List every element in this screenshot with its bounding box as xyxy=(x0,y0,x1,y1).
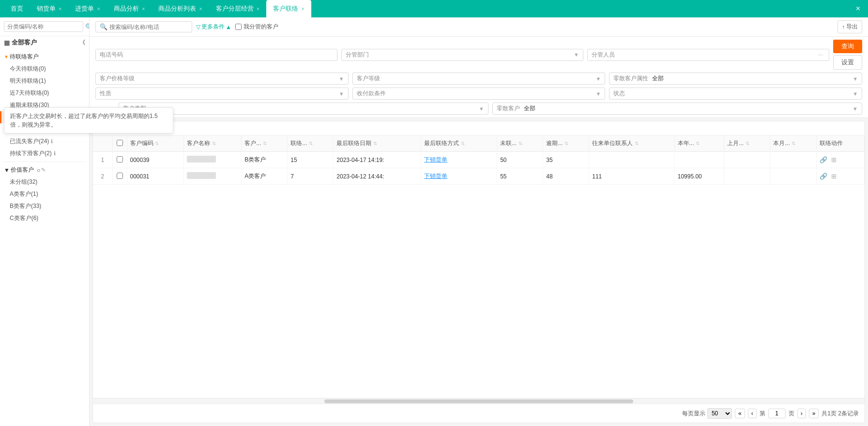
select-all-checkbox[interactable] xyxy=(117,140,123,146)
settings-button[interactable]: 设置 xyxy=(833,55,862,70)
export-button[interactable]: ↑ 导出 xyxy=(838,20,862,33)
nav-tab-home[interactable]: 首页 xyxy=(4,0,30,17)
th-code[interactable]: 客户编码 ⇅ xyxy=(127,135,184,152)
more-conditions-btn[interactable]: ▽ 更多条件 ▲ xyxy=(196,23,231,31)
next-page-btn[interactable]: › xyxy=(797,409,806,418)
query-button[interactable]: 查询 xyxy=(833,40,862,53)
th-contact-count[interactable]: 联络... ⇅ xyxy=(288,135,334,152)
nav-tab-purchase-close[interactable]: × xyxy=(97,6,100,12)
row1-this-year xyxy=(674,152,724,168)
prev-page-btn[interactable]: ‹ xyxy=(748,409,757,418)
row2-check[interactable] xyxy=(112,168,127,185)
sidebar-item-churned[interactable]: 已流失客户(24) ℹ xyxy=(0,135,89,147)
row2-overdue: 48 xyxy=(543,168,589,185)
filter-retail-customer[interactable]: 零散客户 全部 ▼ xyxy=(492,103,862,115)
sidebar-item-a-class[interactable]: A类客户(1) xyxy=(0,188,89,200)
sidebar-item-unclassified[interactable]: 未分组(32) xyxy=(0,176,89,188)
filter-phone[interactable]: 电话号码 xyxy=(95,49,337,61)
nav-tab-purchase[interactable]: 进货单 × xyxy=(68,0,107,17)
sort-year-icon: ⇅ xyxy=(696,141,700,146)
nav-tab-product-list[interactable]: 商品分析列表 × xyxy=(152,0,209,17)
filter-person-label: 分管人员 xyxy=(592,51,615,59)
row2-last-method-link[interactable]: 下销货单 xyxy=(424,173,447,179)
row1-grid-icon[interactable]: ⊞ xyxy=(831,156,837,163)
row2-this-month xyxy=(770,168,816,185)
row1-last-method-link[interactable]: 下销货单 xyxy=(424,156,447,163)
filter-person[interactable]: 分管人员 ··· xyxy=(587,49,829,61)
per-page-select[interactable]: 50 20 100 xyxy=(707,408,732,419)
first-page-btn[interactable]: « xyxy=(735,409,745,418)
my-customers-checkbox-group[interactable]: 我分管的客户 xyxy=(235,23,278,31)
row2-uncontacted: 55 xyxy=(497,168,543,185)
nav-tab-sales-close[interactable]: × xyxy=(59,6,61,12)
sidebar-item-c-class[interactable]: C类客户(6) xyxy=(0,212,89,224)
filter-search-input[interactable] xyxy=(109,24,187,30)
th-last-contact-method[interactable]: 最后联络方式 ⇅ xyxy=(421,135,497,152)
th-last-contact-date[interactable]: 最后联络日期 ⇅ xyxy=(334,135,421,152)
chevron-down-icon2: ▼ xyxy=(339,76,344,82)
row1-check[interactable] xyxy=(112,152,127,168)
filter-retail-attr[interactable]: 零散客户属性 全部 ▼ xyxy=(609,73,862,85)
last-page-btn[interactable]: » xyxy=(809,409,819,418)
th-contact-person[interactable]: 往来单位联系人 ⇅ xyxy=(589,135,674,152)
filter-status[interactable]: 状态 ▼ xyxy=(609,88,862,100)
row2-action: 🔗 ⊞ xyxy=(816,168,864,185)
filter-price-level[interactable]: 客户价格等级 ▼ xyxy=(95,73,349,85)
sidebar-all-customers[interactable]: ▦ 全部客户 《 xyxy=(0,36,89,49)
table-scroll-area[interactable]: 客户编码 ⇅ 客户名称 ⇅ 客户... ⇅ xyxy=(93,135,865,398)
sidebar-group-pending-header[interactable]: ▼ 待联络客户 xyxy=(0,51,89,63)
sidebar-item-b-class[interactable]: B类客户(33) xyxy=(0,200,89,212)
row2-contact-count: 7 xyxy=(288,168,334,185)
sidebar-collapse-icon[interactable]: 《 xyxy=(79,39,85,47)
nav-tab-sales[interactable]: 销货单 × xyxy=(30,0,68,17)
sidebar-group-pending-label: 待联络客户 xyxy=(10,53,39,61)
nav-tab-customer-contact-close[interactable]: × xyxy=(301,6,304,12)
row1-code: 000039 xyxy=(127,152,184,168)
nav-tab-customer-mgmt-close[interactable]: × xyxy=(257,6,259,12)
nav-tab-customer-contact[interactable]: 客户联络 × xyxy=(266,0,311,17)
horizontal-scrollbar[interactable] xyxy=(93,398,865,404)
filter-customer-level[interactable]: 客户等级 ▼ xyxy=(352,73,606,85)
row2-grid-icon[interactable]: ⊞ xyxy=(831,173,837,180)
th-this-year[interactable]: 本年... ⇅ xyxy=(674,135,724,152)
filter-payment[interactable]: 收付款条件 ▼ xyxy=(352,88,606,100)
page-input[interactable] xyxy=(768,409,786,418)
sidebar-search-input[interactable] xyxy=(4,21,83,32)
th-customer-type[interactable]: 客户... ⇅ xyxy=(242,135,288,152)
row1-last-month xyxy=(724,152,770,168)
adv-filter-row3: 性质 ▼ 收付款条件 ▼ 状态 ▼ xyxy=(95,88,862,100)
nav-tab-product-analysis[interactable]: 商品分析 × xyxy=(107,0,152,17)
row2-checkbox[interactable] xyxy=(117,173,123,179)
filter-status-label: 状态 xyxy=(613,89,625,98)
window-close-button[interactable]: × xyxy=(852,4,864,13)
th-uncontacted[interactable]: 未联... ⇅ xyxy=(497,135,543,152)
sidebar-group-value[interactable]: ▼ 价值客户 ○ ✎ xyxy=(0,164,89,176)
row1-last-method[interactable]: 下销货单 xyxy=(421,152,497,168)
filter-customer-type[interactable]: 客户类型 ▼ xyxy=(119,103,488,115)
chevron-down-icon5: ▼ xyxy=(339,91,344,97)
sidebar-item-tomorrow[interactable]: 明天待联络(1) xyxy=(0,75,89,87)
nav-tab-product-analysis-close[interactable]: × xyxy=(142,6,145,12)
row2-link-icon[interactable]: 🔗 xyxy=(820,173,827,180)
nav-tab-product-list-close[interactable]: × xyxy=(199,6,202,12)
filter-nature[interactable]: 性质 ▼ xyxy=(95,88,349,100)
row1-checkbox[interactable] xyxy=(117,156,123,162)
edit-icon[interactable]: ✎ xyxy=(41,167,46,173)
my-customers-checkbox[interactable] xyxy=(235,24,242,30)
sidebar-churned-label: 已流失客户(24) xyxy=(10,137,49,146)
th-last-month[interactable]: 上月... ⇅ xyxy=(724,135,770,152)
sidebar-item-7days[interactable]: 近7天待联络(0) xyxy=(0,87,89,99)
th-overdue[interactable]: 逾期... ⇅ xyxy=(543,135,589,152)
filter-nature-label: 性质 xyxy=(100,89,111,98)
sidebar-item-today[interactable]: 今天待联络(0) xyxy=(0,63,89,75)
th-name[interactable]: 客户名称 ⇅ xyxy=(184,135,242,152)
row1-link-icon[interactable]: 🔗 xyxy=(820,156,827,163)
filter-dept[interactable]: 分管部门 ▼ xyxy=(341,49,583,61)
nav-tab-customer-mgmt[interactable]: 客户分层经营 × xyxy=(209,0,266,17)
row1-this-month xyxy=(770,152,816,168)
dots-icon[interactable]: ··· xyxy=(816,51,825,58)
scrollbar-thumb[interactable] xyxy=(324,399,633,403)
row2-last-method[interactable]: 下销货单 xyxy=(421,168,497,185)
sidebar-item-declining[interactable]: 持续下滑客户(2) ℹ xyxy=(0,147,89,160)
th-this-month[interactable]: 本月... ⇅ xyxy=(770,135,816,152)
